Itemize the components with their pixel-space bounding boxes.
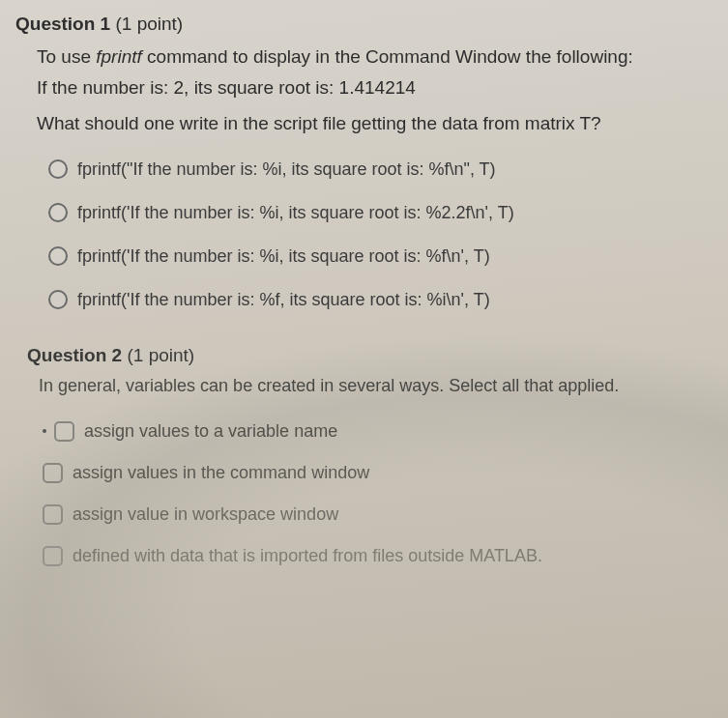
q2-option-3-label: assign value in workspace window [73, 504, 338, 525]
checkbox-icon[interactable] [43, 504, 63, 525]
q1-option-2[interactable]: fprintf('If the number is: %i, its squar… [48, 203, 707, 223]
q2-points: (1 point) [127, 345, 194, 365]
q1-option-1[interactable]: fprintf("If the number is: %i, its squar… [48, 159, 707, 180]
q2-option-4-label: defined with data that is imported from … [73, 546, 542, 566]
q1-option-4-label: fprintf('If the number is: %f, its squar… [77, 290, 490, 310]
q2-title-text: Question 2 [27, 345, 122, 365]
q1-body-line2: If the number is: 2, its square root is:… [37, 75, 707, 101]
q2-option-2-label: assign values in the command window [73, 463, 369, 483]
question-1-title: Question 1 (1 point) [15, 14, 707, 35]
q2-option-2[interactable]: assign values in the command window [43, 463, 707, 483]
q1-points: (1 point) [115, 14, 183, 34]
q1-options: fprintf("If the number is: %i, its squar… [48, 159, 707, 310]
radio-icon[interactable] [48, 290, 68, 309]
radio-icon[interactable] [48, 159, 68, 179]
q2-option-1[interactable]: assign values to a variable name [43, 421, 707, 442]
q1-body-line1: To use fprintf command to display in the… [37, 44, 707, 70]
q1-title-text: Question 1 [15, 14, 110, 34]
q1-option-3[interactable]: fprintf('If the number is: %i, its squar… [48, 246, 707, 267]
q2-body: In general, variables can be created in … [39, 376, 707, 396]
q2-option-4[interactable]: defined with data that is imported from … [43, 546, 707, 566]
q2-options: assign values to a variable name assign … [43, 421, 707, 566]
question-2-title: Question 2 (1 point) [27, 345, 707, 366]
q2-option-1-label: assign values to a variable name [84, 421, 337, 442]
q1-pre: To use [37, 46, 96, 67]
q1-option-1-label: fprintf("If the number is: %i, its squar… [77, 159, 496, 180]
q1-option-3-label: fprintf('If the number is: %i, its squar… [77, 246, 490, 267]
checkbox-icon[interactable] [43, 546, 63, 566]
checkbox-icon[interactable] [54, 421, 74, 442]
q2-option-3[interactable]: assign value in workspace window [43, 504, 707, 525]
radio-icon[interactable] [48, 246, 68, 266]
radio-icon[interactable] [48, 203, 68, 222]
q1-option-2-label: fprintf('If the number is: %i, its squar… [77, 203, 514, 223]
bullet-icon [43, 429, 46, 433]
q1-option-4[interactable]: fprintf('If the number is: %f, its squar… [48, 290, 707, 310]
q1-italic: fprintf [96, 46, 142, 67]
q1-post: command to display in the Command Window… [142, 46, 633, 67]
q1-body-line3: What should one write in the script file… [37, 111, 707, 136]
checkbox-icon[interactable] [43, 463, 63, 483]
